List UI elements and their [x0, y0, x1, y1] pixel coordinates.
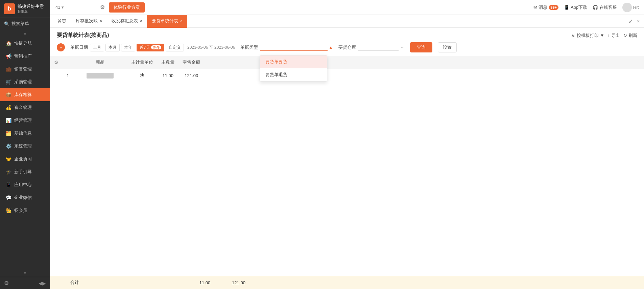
- row-qty-cell: 11.00: [157, 69, 178, 82]
- tab-close-all-btn[interactable]: ×: [636, 17, 641, 26]
- tab-close-inventory-batch[interactable]: ×: [100, 19, 102, 23]
- dropdown-item-order-return[interactable]: 要货单退货: [260, 68, 327, 81]
- scroll-up-indicator[interactable]: ▲: [0, 29, 50, 37]
- print-button[interactable]: 🖨 按模板打印 ▼: [571, 32, 604, 39]
- cooperation-icon: 🤝: [5, 156, 11, 162]
- footer-amount-cell: 121.00: [222, 280, 256, 285]
- last-month-btn[interactable]: 上月: [90, 44, 104, 51]
- export-button[interactable]: ↑ 导出: [608, 32, 620, 39]
- sidebar-item-system[interactable]: ⚙️ 系统管理: [0, 140, 50, 153]
- scroll-down-indicator[interactable]: ▼: [0, 269, 50, 277]
- notification-item[interactable]: ✉ 消息 99+: [533, 4, 558, 10]
- search-label: 搜索菜单: [11, 21, 29, 27]
- top-header: 41 ▾ ⚙ 体验行业方案 ✉ 消息 99+ 📱 App下载 🎧 在线客服 R: [50, 0, 644, 15]
- type-caret-icon[interactable]: ▲: [328, 45, 333, 50]
- date-filter-label: 单据日期: [70, 44, 88, 50]
- sidebar-item-operation[interactable]: 📊 经营管理: [0, 114, 50, 127]
- table-footer: 合计 11.00 121.00: [50, 276, 644, 289]
- table-body: 1 ████ ██ 块 11.00 121.00: [50, 69, 644, 82]
- type-select-wrapper: ▲: [260, 44, 333, 51]
- user-avatar-area[interactable]: Rit: [622, 3, 639, 12]
- tab-maximize-btn[interactable]: ⤢: [627, 17, 634, 26]
- date-range-text: 2023-05-06 至 2023-06-06: [187, 45, 235, 50]
- quick-nav-icon: 🏠: [5, 40, 11, 46]
- last-7-days-btn[interactable]: 近7天 更多: [137, 44, 164, 51]
- tab-collect-summary[interactable]: 收发存汇总表 ×: [107, 15, 147, 28]
- header-settings-icon[interactable]: ⚙: [100, 4, 105, 10]
- row-amount-cell: 121.00: [178, 69, 204, 82]
- footer-qty-cell: 11.00: [188, 280, 222, 285]
- page-content: 要货单统计表(按商品) 🖨 按模板打印 ▼ ↑ 导出 ↻ 刷新: [50, 28, 644, 289]
- tab-home[interactable]: 首页: [53, 15, 71, 28]
- purchase-icon: 🛒: [5, 79, 11, 85]
- tab-inventory-batch[interactable]: 库存批次账 ×: [71, 15, 107, 28]
- this-month-btn[interactable]: 本月: [105, 44, 120, 51]
- export-icon: ↑: [608, 33, 610, 38]
- sidebar-item-purchase[interactable]: 🛒 采购管理: [0, 75, 50, 88]
- warehouse-dots[interactable]: ···: [401, 45, 405, 50]
- query-button[interactable]: 查询: [410, 42, 432, 52]
- col-settings-icon[interactable]: ⚙: [54, 60, 58, 65]
- sidebar-item-guide[interactable]: 🎓 新手引导: [0, 165, 50, 178]
- sidebar-toggle-icon[interactable]: ◀▶: [39, 281, 46, 286]
- inventory-label: 库存核算: [14, 92, 32, 98]
- type-input[interactable]: [260, 44, 328, 51]
- logo-sub: 标准版: [18, 9, 44, 14]
- sidebar-item-cooperation[interactable]: 🤝 企业协同: [0, 153, 50, 165]
- header-right: ✉ 消息 99+ 📱 App下载 🎧 在线客服 Rit: [533, 3, 639, 12]
- col-amount-header: 零售金额: [178, 56, 204, 69]
- page-header: 要货单统计表(按商品) 🖨 按模板打印 ▼ ↑ 导出 ↻ 刷新: [50, 28, 644, 39]
- page-title: 要货单统计表(按商品): [57, 32, 109, 39]
- sidebar-item-inventory[interactable]: 📦 库存核算: [0, 88, 50, 101]
- tabs-bar: 首页 库存批次账 × 收发存汇总表 × 要货单统计表 × ⤢ ×: [50, 15, 644, 28]
- tab-close-order-summary[interactable]: ×: [180, 19, 183, 23]
- sales-icon: 💼: [5, 66, 11, 72]
- sidebar-item-member[interactable]: 👑 畅会员: [0, 204, 50, 217]
- col-gear: ⚙: [50, 56, 63, 69]
- header-left: 41 ▾ ⚙ 体验行业方案: [55, 2, 145, 13]
- app-download-label: App下载: [571, 4, 587, 10]
- dropdown-item-order-request[interactable]: 要货单要货: [260, 55, 327, 68]
- member-label: 畅会员: [14, 207, 27, 214]
- app-download-item[interactable]: 📱 App下载: [564, 4, 587, 10]
- refresh-button[interactable]: ↻ 刷新: [623, 32, 637, 39]
- custom-date-btn[interactable]: 自定义: [166, 44, 184, 51]
- sidebar-item-sales[interactable]: 💼 销售管理: [0, 63, 50, 75]
- sidebar-settings-icon[interactable]: ⚙: [4, 280, 9, 286]
- cooperation-label: 企业协同: [14, 156, 32, 162]
- sidebar: b 畅捷通好生意 标准版 🔍 搜索菜单 ▲ 🏠 快捷导航 📢 营销推广 💼 销售…: [0, 0, 50, 289]
- table-header-row: ⚙ 商品 主计量单位 主数量 零售金额: [50, 56, 644, 69]
- filter-bar: » 单据日期 上月 本月 本年 近7天 更多 自定义 2023-05-06 至 …: [50, 39, 644, 56]
- tab-order-summary[interactable]: 要货单统计表 ×: [147, 15, 187, 28]
- store-selector[interactable]: 41 ▾: [55, 5, 96, 10]
- user-name: Rit: [633, 5, 639, 10]
- sidebar-item-quick-nav[interactable]: 🏠 快捷导航: [0, 37, 50, 50]
- notification-badge: 99+: [549, 5, 558, 10]
- sidebar-logo: b 畅捷通好生意 标准版: [0, 0, 50, 18]
- inventory-icon: 📦: [5, 92, 11, 98]
- product-blurred: ████ ██: [87, 73, 114, 79]
- sidebar-item-finance[interactable]: 💰 资金管理: [0, 101, 50, 114]
- notification-icon: ✉: [533, 5, 537, 10]
- support-item[interactable]: 🎧 在线客服: [593, 4, 617, 10]
- sidebar-item-wechat[interactable]: 💬 企业微信: [0, 191, 50, 204]
- this-year-btn[interactable]: 本年: [121, 44, 135, 51]
- wechat-label: 企业微信: [14, 195, 32, 201]
- warehouse-input[interactable]: [358, 44, 399, 51]
- row-product-cell: ████ ██: [73, 69, 127, 82]
- sidebar-item-base[interactable]: 🗂️ 基础信息: [0, 127, 50, 140]
- type-filter-group: 单据类型 ▲: [240, 44, 333, 51]
- sidebar-item-app-center[interactable]: 📱 应用中心: [0, 178, 50, 191]
- trial-button[interactable]: 体验行业方案: [109, 2, 145, 13]
- expand-icon: »: [60, 45, 62, 50]
- tab-close-collect-summary[interactable]: ×: [140, 19, 142, 23]
- settings-small-button[interactable]: 设置: [438, 42, 457, 52]
- sidebar-item-marketing[interactable]: 📢 营销推广: [0, 50, 50, 63]
- store-dropdown-icon[interactable]: ▾: [62, 5, 64, 10]
- sales-label: 销售管理: [14, 66, 32, 72]
- system-label: 系统管理: [14, 143, 32, 149]
- filter-expand-btn[interactable]: »: [57, 43, 65, 51]
- sidebar-bottom: ⚙ ◀▶: [0, 277, 50, 289]
- sidebar-search[interactable]: 🔍 搜索菜单: [0, 18, 50, 29]
- col-product-header: 商品: [73, 56, 127, 69]
